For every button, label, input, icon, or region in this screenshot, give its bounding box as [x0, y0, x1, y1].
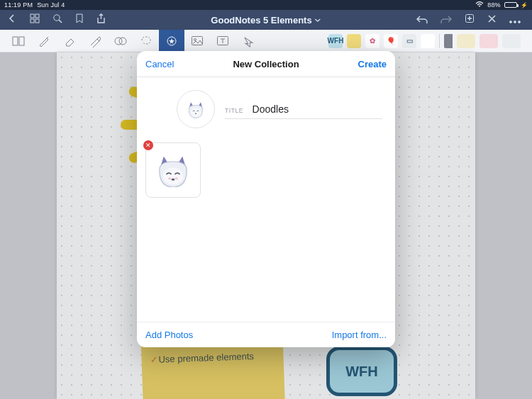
import-from-button[interactable]: Import from...	[332, 330, 387, 340]
status-time: 11:19 PM	[4, 1, 33, 9]
svg-point-15	[194, 39, 196, 41]
app-nav-bar: GoodNotes 5 Elements	[0, 10, 532, 30]
collection-title-field[interactable]: TITLE Doodles	[225, 100, 382, 119]
modal-header: Cancel New Collection Create	[137, 51, 395, 77]
battery-icon	[504, 2, 517, 8]
redo-icon[interactable]	[440, 13, 452, 26]
status-date: Sun Jul 4	[37, 1, 65, 9]
color-swatch[interactable]	[457, 34, 475, 48]
charging-icon: ⚡	[521, 2, 528, 9]
divider	[439, 34, 440, 48]
modal-footer: Add Photos Import from...	[137, 322, 395, 347]
svg-point-22	[174, 178, 178, 180]
more-icon[interactable]	[509, 13, 521, 26]
svg-point-6	[510, 21, 512, 23]
share-icon[interactable]	[96, 13, 106, 27]
sticker-preset-rose[interactable]: ✿	[365, 34, 379, 48]
color-swatch[interactable]	[444, 34, 453, 48]
sticker-preset-cassette[interactable]: ▭	[402, 34, 416, 48]
text-tool-icon[interactable]	[210, 30, 235, 52]
color-swatch[interactable]	[480, 34, 498, 48]
grid-icon[interactable]	[30, 13, 40, 26]
svg-point-21	[168, 178, 172, 180]
collection-title-row: TITLE Doodles	[137, 77, 395, 134]
back-icon[interactable]	[7, 13, 17, 26]
title-value: Doodles	[253, 103, 289, 115]
bookmark-icon[interactable]	[75, 13, 84, 26]
svg-point-17	[191, 108, 201, 117]
image-tool-icon[interactable]	[184, 30, 210, 52]
add-photos-button[interactable]: Add Photos	[145, 330, 193, 340]
pointer-tool-icon[interactable]	[235, 30, 261, 52]
sticker-preset-balloons[interactable]: 🎈	[384, 34, 398, 48]
color-swatch[interactable]	[502, 34, 521, 48]
new-collection-modal: Cancel New Collection Create TITLE Doodl…	[137, 51, 395, 347]
document-title-text: GoodNotes 5 Elements	[211, 15, 311, 26]
highlighter-tool-icon[interactable]	[82, 30, 108, 52]
ios-status-bar: 11:19 PM Sun Jul 4 88% ⚡	[0, 0, 532, 10]
sticker-presets: WFH ✿ 🎈 ▭	[328, 34, 526, 48]
battery-percent: 88%	[487, 1, 501, 9]
title-label: TITLE	[225, 107, 243, 114]
search-icon[interactable]	[52, 13, 62, 26]
svg-point-19	[163, 167, 184, 184]
sticker-preset-wfh-badge[interactable]: WFH	[328, 34, 343, 48]
elements-tool-icon[interactable]	[159, 30, 184, 52]
lasso-tool-icon[interactable]	[133, 30, 159, 52]
read-mode-icon[interactable]	[6, 30, 31, 52]
sticker-preset-postit[interactable]	[347, 34, 361, 48]
svg-rect-3	[35, 19, 39, 23]
chevron-down-icon	[315, 17, 321, 23]
close-icon[interactable]	[487, 13, 497, 26]
svg-point-12	[119, 38, 126, 45]
eraser-tool-icon[interactable]	[57, 30, 82, 52]
collection-items-grid: ✕	[137, 134, 395, 322]
cancel-button[interactable]: Cancel	[145, 59, 174, 69]
delete-item-icon[interactable]: ✕	[143, 140, 153, 150]
editing-toolbar: WFH ✿ 🎈 ▭	[0, 30, 532, 52]
svg-rect-9	[13, 37, 18, 45]
collection-item-thumb[interactable]: ✕	[145, 142, 201, 198]
document-title[interactable]: GoodNotes 5 Elements	[211, 15, 321, 26]
svg-rect-2	[31, 19, 34, 23]
add-page-icon[interactable]	[465, 13, 475, 26]
pen-tool-icon[interactable]	[31, 30, 57, 52]
svg-point-18	[195, 113, 196, 115]
svg-point-4	[54, 15, 60, 21]
svg-point-20	[172, 179, 175, 181]
modal-title: New Collection	[233, 59, 299, 69]
svg-point-8	[519, 21, 521, 23]
svg-rect-10	[19, 37, 24, 45]
shape-tool-icon[interactable]	[108, 30, 133, 52]
collection-cover-icon[interactable]	[177, 90, 215, 128]
svg-point-11	[115, 38, 122, 45]
svg-rect-0	[31, 14, 34, 18]
sticker-preset-husky[interactable]	[421, 34, 435, 48]
undo-icon[interactable]	[416, 13, 428, 26]
svg-point-7	[514, 21, 516, 23]
create-button[interactable]: Create	[358, 59, 387, 69]
wifi-icon	[475, 1, 484, 9]
svg-rect-1	[35, 14, 39, 18]
